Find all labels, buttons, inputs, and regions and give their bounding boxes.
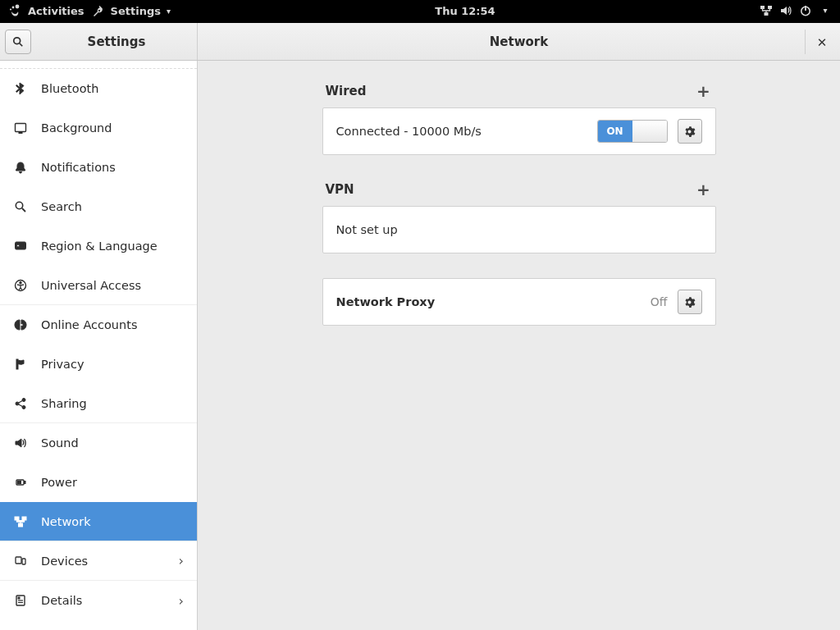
gnome-logo-icon [8,4,21,17]
sidebar-item-devices[interactable]: Devices› [0,541,197,581]
svg-rect-29 [22,559,25,564]
sidebar-title: Settings [36,34,197,49]
gnome-top-panel: Activities Settings Thu 12:54 ▾ [0,0,840,21]
settings-window: Settings Network ✕ BluetoothBackgroundNo… [0,21,840,630]
svg-point-1 [12,7,15,9]
proxy-row: Network Proxy Off [323,279,715,325]
sidebar-item-privacy[interactable]: Privacy [0,345,197,384]
svg-rect-18 [16,359,18,369]
chevron-down-icon: ▾ [819,4,832,17]
power-icon [13,476,28,489]
sidebar-item-label: Sound [41,436,79,450]
app-menu-icon [91,4,104,17]
chevron-right-icon: › [179,553,184,568]
privacy-icon [13,358,28,371]
sidebar-item-notifications[interactable]: Notifications [0,148,197,187]
close-button[interactable]: ✕ [814,34,830,51]
svg-point-15 [17,244,20,247]
sidebar-item-background[interactable]: Background [0,108,197,148]
svg-rect-27 [19,523,23,527]
vpn-group: VPN + Not set up [322,180,716,253]
sidebar-item-label: Details [41,594,82,607]
svg-line-13 [22,208,25,212]
wired-group-title: Wired [326,84,367,98]
sidebar-item-network[interactable]: Network [0,502,197,541]
svg-rect-3 [760,6,765,9]
activities-button[interactable]: Activities [28,5,84,17]
sidebar-item-bluetooth[interactable]: Bluetooth [0,69,197,108]
svg-point-17 [20,281,22,284]
svg-line-9 [20,43,23,46]
proxy-title-label: Network Proxy [336,295,641,308]
sidebar-item-label: Search [41,200,82,213]
sidebar-item-label: Bluetooth [41,82,98,95]
vpn-row: Not set up [323,207,715,253]
wired-settings-button[interactable] [678,119,702,144]
network-status-icon [760,4,773,17]
sidebar-item-label: Privacy [41,358,84,371]
panel-clock[interactable]: Thu 12:54 [171,5,760,17]
proxy-group: Network Proxy Off [322,278,716,326]
svg-rect-28 [16,557,21,564]
sidebar-item-label: Network [41,515,91,528]
svg-rect-23 [25,482,26,484]
sidebar-item-universal-access[interactable]: Universal Access [0,266,197,305]
sidebar-item-label: Devices [41,555,88,568]
svg-rect-11 [19,132,22,134]
add-wired-button[interactable]: + [695,81,713,101]
sidebar-item-sharing[interactable]: Sharing [0,384,197,423]
sidebar-item-details[interactable]: Details› [0,581,197,620]
svg-point-21 [22,405,25,409]
sidebar-item-sound[interactable]: Sound [0,423,197,463]
sidebar-item-label: Universal Access [41,279,141,292]
sidebar-item-label: Notifications [41,161,116,174]
sidebar-item-truncated[interactable] [0,61,197,69]
wired-status-label: Connected - 10000 Mb/s [336,125,587,138]
svg-point-12 [16,202,22,208]
wired-connection-row: Connected - 10000 Mb/s ON [323,108,715,154]
settings-sidebar: BluetoothBackgroundNotificationsSearchRe… [0,61,198,630]
svg-point-0 [16,5,20,9]
header-bar: Settings Network ✕ [0,23,840,61]
svg-point-20 [16,402,19,405]
details-icon [13,594,28,607]
network-icon [13,515,28,528]
devices-icon [13,555,28,568]
wired-toggle[interactable]: ON [597,120,668,143]
svg-rect-5 [765,12,769,16]
bluetooth-icon [13,82,28,95]
search-button[interactable] [5,30,31,54]
proxy-settings-button[interactable] [678,290,702,314]
svg-point-2 [10,8,11,10]
sharing-icon [13,397,28,410]
search-icon [13,200,28,213]
background-icon [13,121,28,135]
svg-rect-4 [768,6,772,9]
network-settings-pane: Wired + Connected - 10000 Mb/s ON [198,61,840,630]
add-vpn-button[interactable]: + [695,180,713,199]
sidebar-item-region[interactable]: Region & Language [0,226,197,266]
app-menu-button[interactable]: Settings [111,5,171,17]
volume-icon [779,4,792,17]
sidebar-item-online-accounts[interactable]: Online Accounts [0,305,197,345]
vpn-status-label: Not set up [336,223,702,236]
sidebar-item-power[interactable]: Power [0,463,197,502]
svg-rect-26 [22,517,26,520]
system-status-area[interactable]: ▾ [760,4,832,17]
wired-group: Wired + Connected - 10000 Mb/s ON [322,81,716,155]
online-accounts-icon [13,318,28,331]
sidebar-item-label: Region & Language [41,240,158,253]
sound-icon [13,436,28,450]
proxy-value-label: Off [651,295,668,308]
sidebar-item-label: Online Accounts [41,318,137,331]
vpn-group-title: VPN [326,182,354,197]
sidebar-item-label: Sharing [41,397,87,410]
sidebar-item-label: Background [41,121,112,135]
chevron-right-icon: › [179,593,184,609]
svg-rect-24 [18,482,21,484]
notifications-icon [13,161,28,174]
universal-access-icon [13,279,28,292]
svg-rect-31 [18,597,20,599]
sidebar-item-search[interactable]: Search [0,187,197,226]
region-icon [13,240,28,253]
